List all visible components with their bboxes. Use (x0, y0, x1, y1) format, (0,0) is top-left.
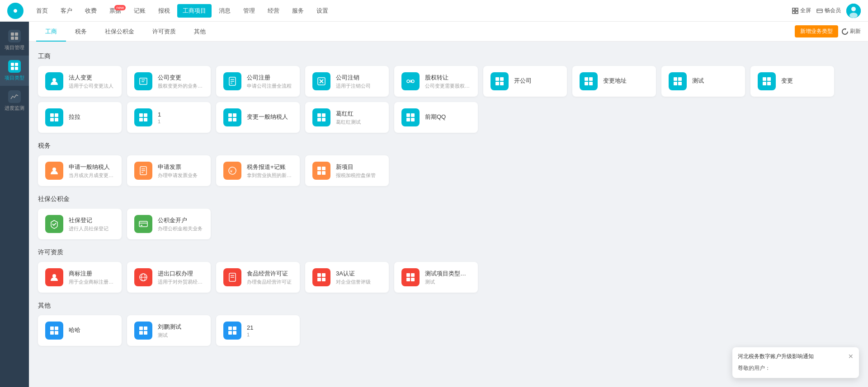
card-change[interactable]: 变更 (750, 66, 834, 97)
card-change-address-name: 变更地址 (603, 77, 649, 85)
fullscreen-btn[interactable]: 全屏 (792, 7, 811, 14)
tab-other[interactable]: 其他 (185, 22, 215, 42)
card-import-export-icon (134, 268, 152, 286)
card-item1[interactable]: 1 1 (127, 102, 211, 133)
svg-rect-3 (796, 11, 798, 14)
social-fund-section-title: 社保公积金 (38, 195, 859, 203)
card-change-address[interactable]: 变更地址 (572, 66, 656, 97)
card-legal-change-icon (45, 72, 63, 90)
tabs-bar: 工商 税务 社保公积金 许可资质 其他 新增业务类型 刷新 (29, 22, 868, 42)
card-gehonghong[interactable]: 葛红红 葛红红测试 (305, 102, 389, 133)
sidebar-item-project-types[interactable]: 项目类型 (0, 56, 29, 86)
nav-tickets[interactable]: 票据 new (104, 4, 127, 18)
notif-close-btn[interactable]: ✕ (848, 353, 854, 360)
nav-accounting[interactable]: 记账 (128, 4, 151, 18)
sidebar-item-progress-monitor[interactable]: 进度监测 (0, 86, 29, 116)
card-fund-account-name: 公积金开户 (158, 216, 203, 224)
card-new-project[interactable]: 新项目 报税加税控盘保管 (305, 155, 389, 186)
card-company-register[interactable]: 公司注册 申请公司注册全流程 (216, 66, 300, 97)
svg-rect-41 (674, 82, 677, 85)
nav-bizproject[interactable]: 工商项目 (177, 4, 212, 18)
card-equity-transfer[interactable]: 股权转让 公司变更需要股权转让 (394, 66, 478, 97)
new-type-button[interactable]: 新增业务类型 (795, 25, 838, 37)
sidebar-item-project-mgmt[interactable]: 项目管理 (0, 25, 29, 56)
card-test-type[interactable]: 测试项目类型定义 测试 (394, 262, 478, 293)
vip-label: 畅会员 (825, 7, 841, 14)
card-trademark[interactable]: 商标注册 用于企业商标注册服务 (38, 262, 122, 293)
nav-billing[interactable]: 收费 (80, 4, 102, 18)
card-import-export[interactable]: 进出口权办理 适用于对外贸易经营者 (127, 262, 211, 293)
card-company-change[interactable]: 公司变更 股权变更外的业务变更 (127, 66, 211, 97)
user-avatar[interactable] (846, 4, 861, 18)
svg-rect-105 (233, 326, 236, 330)
card-company-register-icon (223, 72, 241, 90)
nav-items: 首页 客户 收费 票据 new 记账 报税 工商项目 消息 管理 经营 服务 设… (31, 4, 792, 18)
card-legal-change[interactable]: 法人变更 适用于公司变更法人 (38, 66, 122, 97)
card-fund-account[interactable]: 公积金开户 办理公积金相关业务 (127, 209, 211, 239)
card-company-cancel-desc: 适用于注销公司 (336, 83, 382, 89)
card-change-icon (758, 72, 776, 90)
tab-social-fund[interactable]: 社保公积金 (96, 22, 143, 42)
card-lala[interactable]: 拉拉 (38, 102, 122, 133)
card-company-change-desc: 股权变更外的业务变更 (158, 83, 203, 89)
svg-rect-11 (11, 37, 14, 40)
svg-rect-14 (15, 63, 18, 66)
tab-biz[interactable]: 工商 (36, 22, 66, 42)
card-social-register-name: 社保登记 (69, 216, 114, 224)
svg-rect-0 (793, 8, 795, 10)
card-item21[interactable]: 21 1 (216, 315, 300, 346)
nav-tax[interactable]: 报税 (153, 4, 175, 18)
card-new-project-desc: 报税加税控盘保管 (336, 172, 382, 179)
svg-rect-58 (233, 118, 236, 121)
card-test-type-name: 测试项目类型定义 (425, 270, 471, 278)
content-area: 工商 税务 社保公积金 许可资质 其他 新增业务类型 刷新 工商 (29, 22, 868, 387)
tab-tax[interactable]: 税务 (66, 22, 96, 42)
card-3a-cert[interactable]: 3A认证 对企业信誉评级 (305, 262, 389, 293)
card-apply-invoice[interactable]: 申请发票 办理申请发票业务 (127, 155, 211, 186)
svg-rect-56 (233, 113, 236, 117)
svg-rect-106 (228, 331, 232, 335)
card-social-register[interactable]: 社保登记 进行人员社保登记 (38, 209, 122, 239)
svg-point-67 (52, 168, 56, 171)
nav-home[interactable]: 首页 (31, 4, 53, 18)
svg-rect-98 (50, 331, 54, 335)
card-test[interactable]: 测试 (661, 66, 745, 97)
vip-icon (816, 8, 823, 14)
svg-rect-46 (767, 82, 771, 85)
card-apply-taxpayer-icon (45, 162, 63, 180)
card-gehonghong-name: 葛红红 (336, 110, 382, 118)
nav-operations[interactable]: 经营 (262, 4, 285, 18)
svg-rect-99 (55, 331, 58, 335)
svg-rect-103 (144, 331, 147, 335)
card-haha[interactable]: 哈哈 (38, 315, 122, 346)
svg-rect-38 (589, 82, 593, 85)
card-food-permit[interactable]: 食品经营许可证 办理食品经营许可证 (216, 262, 300, 293)
refresh-button[interactable]: 刷新 (842, 28, 861, 35)
card-import-export-desc: 适用于对外贸易经营者 (158, 279, 203, 285)
card-fund-account-desc: 办理公积金相关业务 (158, 225, 203, 232)
svg-rect-4 (817, 9, 822, 13)
card-liupeng-test[interactable]: 刘鹏测试 测试 (127, 315, 211, 346)
nav-settings[interactable]: 设置 (311, 4, 334, 18)
card-company-cancel[interactable]: 公司注销 适用于注销公司 (305, 66, 389, 97)
card-prev-qq[interactable]: 前期QQ (394, 102, 478, 133)
nav-messages[interactable]: 消息 (213, 4, 236, 18)
svg-rect-54 (144, 118, 147, 121)
svg-rect-9 (11, 33, 14, 36)
vip-btn[interactable]: 畅会员 (816, 7, 841, 14)
card-open-company[interactable]: 开公司 (483, 66, 567, 97)
card-apply-taxpayer[interactable]: 申请一般纳税人 当月或次月成变更完成 (38, 155, 122, 186)
card-change-taxpayer[interactable]: 变更一般纳税人 (216, 102, 300, 133)
other-card-grid: 哈哈 刘鹏测试 测试 (38, 315, 859, 346)
social-fund-section: 社保公积金 社保登记 进行人员社保登记 (38, 195, 859, 239)
svg-rect-94 (406, 278, 410, 281)
card-change-taxpayer-name: 变更一般纳税人 (247, 113, 292, 121)
nav-clients[interactable]: 客户 (55, 4, 78, 18)
card-apply-invoice-name: 申请发票 (158, 163, 203, 171)
card-tax-report-account[interactable]: ¥ 税务报道+记账 拿到营业执照的新公司 (216, 155, 300, 186)
card-prev-qq-icon (401, 108, 420, 126)
svg-rect-104 (228, 326, 232, 330)
tab-permits[interactable]: 许可资质 (143, 22, 185, 42)
nav-management[interactable]: 管理 (238, 4, 260, 18)
nav-services[interactable]: 服务 (287, 4, 309, 18)
